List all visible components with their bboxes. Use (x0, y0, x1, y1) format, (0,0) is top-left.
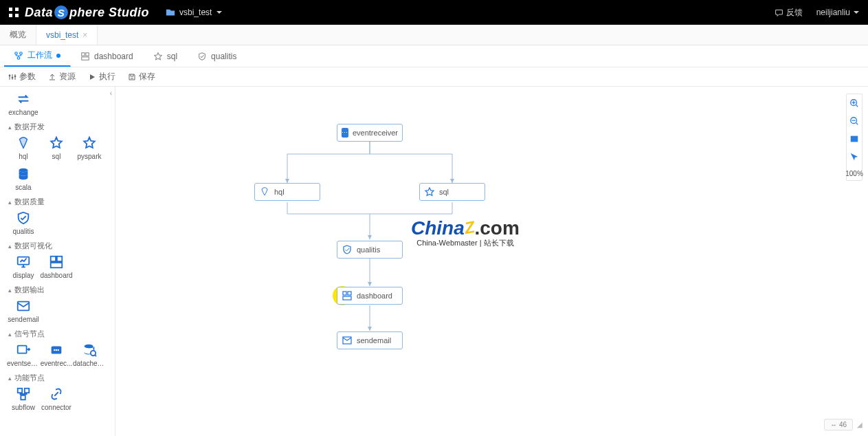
svg-rect-7 (82, 52, 85, 55)
svg-point-13 (19, 168, 28, 173)
palette-display[interactable]: display (8, 254, 38, 279)
svg-rect-9 (82, 56, 89, 59)
svg-point-5 (20, 52, 23, 54)
palette-sql[interactable]: sql (41, 135, 71, 160)
group-function-nodes[interactable]: 功能节点 (8, 373, 109, 383)
node-eventreceiver[interactable]: ⋯ eventreceiver (337, 124, 403, 142)
db-icon (14, 166, 32, 182)
node-dashboard[interactable]: dashboard (337, 287, 403, 305)
star-icon (47, 135, 65, 151)
expand-footer-icon[interactable]: ◢ (857, 421, 863, 428)
svg-rect-15 (51, 257, 56, 261)
locate-button[interactable] (848, 151, 860, 163)
project-dropdown[interactable]: vsbi_test (166, 8, 223, 17)
feedback-button[interactable]: 反馈 (775, 7, 803, 19)
node-sendemail[interactable]: sendemail (337, 331, 403, 349)
svg-rect-16 (57, 257, 62, 261)
node-sql[interactable]: sql (419, 183, 485, 201)
shield-icon (14, 210, 32, 226)
node-qualitis[interactable]: qualitis (337, 241, 403, 259)
display-icon (14, 254, 32, 270)
group-data-output[interactable]: 数据输出 (8, 285, 109, 295)
node-count-pill[interactable]: ↔ 46 (824, 419, 853, 430)
group-data-quality[interactable]: 数据质量 (8, 197, 109, 207)
chevron-down-icon (216, 9, 223, 16)
app-grid-icon[interactable] (8, 7, 19, 18)
resource-button[interactable]: 资源 (48, 71, 76, 83)
sub-tabs: 工作流 dashboard sql qualitis (0, 45, 868, 67)
mail-icon (14, 298, 32, 314)
svg-rect-29 (343, 292, 346, 295)
subtab-sql[interactable]: sql (144, 45, 188, 67)
star-icon (80, 135, 98, 151)
palette-subflow[interactable]: subflow (8, 386, 38, 411)
svg-point-11 (12, 77, 13, 78)
zoom-percent: 100% (845, 170, 863, 177)
palette-eventsender[interactable]: eventsen... (8, 342, 38, 367)
dashboard-icon (47, 254, 65, 270)
connector-icon (47, 386, 65, 402)
palette-eventreceiver[interactable]: eventrec... (41, 342, 71, 367)
subtab-workflow[interactable]: 工作流 (4, 45, 71, 67)
tab-vsbi-test[interactable]: vsbi_test × (36, 25, 98, 45)
svg-rect-30 (348, 292, 351, 295)
palette-connector[interactable]: connector (41, 386, 71, 411)
brand-sphere-icon: S (54, 6, 68, 19)
star-icon (153, 52, 163, 61)
svg-point-21 (54, 349, 55, 351)
node-palette: ‹ exchange 数据开发 hql sql pyspark scala 数据… (0, 87, 115, 436)
palette-pyspark[interactable]: pyspark (74, 135, 104, 160)
svg-point-6 (17, 56, 20, 59)
palette-exchange[interactable]: exchange (8, 91, 38, 116)
params-button[interactable]: 参数 (8, 71, 36, 83)
node-hql[interactable]: hql (254, 183, 320, 201)
svg-point-22 (56, 349, 57, 351)
file-tabs: 概览 vsbi_test × (0, 25, 868, 45)
palette-hql[interactable]: hql (8, 135, 38, 160)
subtab-qualitis[interactable]: qualitis (188, 45, 247, 67)
db-check-icon (80, 342, 98, 358)
event-send-icon (14, 342, 32, 358)
project-name: vsbi_test (179, 8, 212, 17)
palette-qualitis[interactable]: qualitis (8, 210, 38, 235)
svg-rect-0 (9, 8, 12, 11)
user-menu[interactable]: neiljianliu (816, 8, 860, 17)
palette-scala[interactable]: scala (8, 166, 38, 191)
group-signal-nodes[interactable]: 信号节点 (8, 329, 109, 339)
group-data-viz[interactable]: 数据可视化 (8, 241, 109, 251)
svg-rect-31 (343, 296, 351, 300)
tab-overview[interactable]: 概览 (0, 25, 36, 45)
close-icon[interactable]: × (82, 30, 87, 40)
star-icon (424, 186, 435, 197)
svg-point-4 (15, 52, 18, 54)
unsaved-dot (56, 54, 60, 58)
dashboard-icon (80, 52, 90, 61)
flow-canvas[interactable]: ⋯ eventreceiver hql sql qualitis dashboa… (115, 87, 868, 436)
svg-rect-1 (15, 8, 19, 11)
tab-label: 概览 (10, 29, 26, 41)
subtab-dashboard[interactable]: dashboard (71, 45, 144, 67)
fit-button[interactable] (848, 133, 860, 145)
flow-icon (14, 51, 23, 61)
hive-icon (14, 135, 32, 151)
shield-icon (342, 244, 353, 255)
palette-dashboard[interactable]: dashboard (41, 254, 71, 279)
save-button[interactable]: 保存 (128, 71, 155, 83)
zoom-out-button[interactable] (848, 115, 860, 127)
svg-point-25 (91, 351, 96, 356)
canvas-footer: ↔ 46 ◢ (824, 419, 863, 430)
svg-rect-17 (51, 263, 63, 268)
event-recv-icon (47, 342, 65, 358)
collapse-sidebar-icon[interactable]: ‹ (110, 89, 112, 97)
mail-icon (342, 335, 353, 346)
group-data-dev[interactable]: 数据开发 (8, 122, 109, 132)
svg-point-12 (14, 76, 16, 77)
run-button[interactable]: 执行 (88, 71, 115, 83)
top-bar: DataSphere Studio vsbi_test 反馈 neiljianl… (0, 0, 868, 25)
zoom-in-button[interactable] (848, 97, 860, 109)
palette-sendemail[interactable]: sendemail (8, 298, 38, 323)
palette-datachecker[interactable]: datachec... (74, 342, 104, 367)
dashboard-icon (342, 290, 353, 301)
svg-rect-3 (15, 14, 19, 17)
tab-label: vsbi_test (46, 30, 78, 40)
